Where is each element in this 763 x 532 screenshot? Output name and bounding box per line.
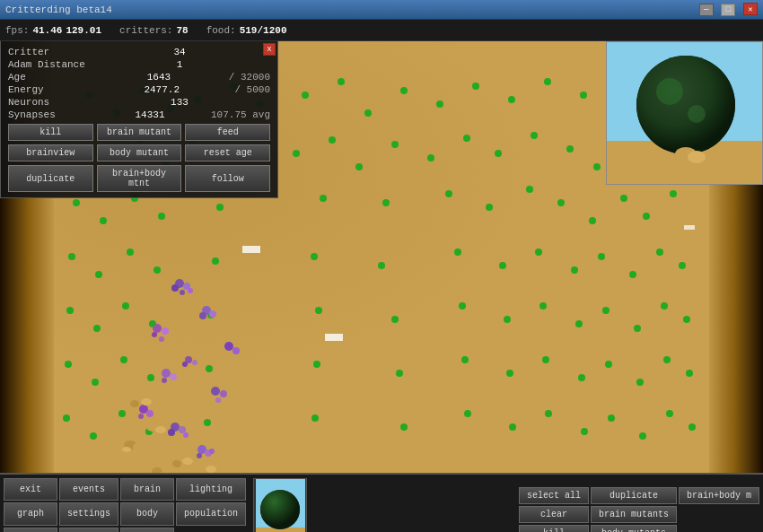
button-row-1: kill brain mutant feed [8, 124, 270, 141]
select-all-button[interactable]: select all [519, 487, 589, 504]
fps-value2: 129.01 [66, 25, 101, 36]
empty-r2-button [679, 525, 759, 533]
body-button[interactable]: body [120, 502, 174, 525]
info-row: Critter 34 [8, 47, 270, 57]
svg-point-176 [688, 151, 706, 163]
food-value: 519/1200 [240, 25, 287, 36]
clear-button[interactable]: clear [519, 506, 589, 523]
population-button[interactable]: population [176, 502, 246, 525]
title-bar: Critterding beta14 ─ □ ✕ [0, 0, 763, 20]
svg-point-174 [688, 105, 706, 123]
right-buttons: select all duplicate brain+body m clear … [519, 487, 759, 533]
info-row: Synapses 14331 107.75 avg [8, 109, 270, 120]
game-world[interactable]: x Critter 34 Adam Distance 1 Age 1643 / … [0, 41, 763, 473]
kill-r-button[interactable]: kill [519, 525, 589, 533]
close-button[interactable]: ✕ [743, 3, 758, 15]
toolbar-left: exit events brain lighting graph setting… [0, 475, 250, 532]
brain-mutant-button[interactable]: brain mutant [97, 124, 182, 141]
stats-button[interactable]: stats [4, 528, 57, 532]
minimize-button[interactable]: ─ [699, 4, 714, 16]
svg-point-173 [656, 78, 683, 105]
lighting-button[interactable]: lighting [176, 478, 246, 501]
brainview-button[interactable]: brainview [8, 144, 93, 161]
main-area: x Critter 34 Adam Distance 1 Age 1643 / … [0, 41, 763, 532]
reset-age-button[interactable]: reset age [185, 144, 270, 161]
empty-r-button [679, 506, 759, 523]
species-button[interactable]: species [120, 528, 174, 532]
food-label: food: [206, 25, 236, 36]
critter-preview [606, 41, 763, 185]
brain-mutants-button[interactable]: brain mutants [591, 506, 677, 523]
feed-button[interactable]: feed [185, 124, 270, 141]
bottom-toolbar: exit events brain lighting graph setting… [0, 473, 763, 532]
top-bar: fps: 41.46 129.01 critters: 78 food: 519… [0, 20, 763, 41]
info-panel: x Critter 34 Adam Distance 1 Age 1643 / … [0, 41, 278, 198]
brain-body-mtnt-button[interactable]: brain+body mtnt [97, 165, 182, 192]
title-text: Critterding beta14 [5, 4, 112, 15]
brain-button[interactable]: brain [120, 478, 174, 501]
fps-label: fps: [5, 25, 29, 36]
svg-point-180 [260, 490, 300, 529]
kill-button[interactable]: kill [8, 124, 93, 141]
body-mutant-button[interactable]: body mutant [97, 144, 182, 161]
critters-value: 78 [176, 25, 188, 36]
brain-body-m-button[interactable]: brain+body m [679, 487, 759, 504]
events-button[interactable]: events [59, 478, 118, 501]
panel-close-button[interactable]: x [263, 43, 276, 56]
body-mutants-button[interactable]: body mutants [591, 525, 677, 533]
mutation-button[interactable]: mutation [59, 528, 118, 532]
fps-value: 41.46 [32, 25, 62, 36]
button-row-3: duplicate brain+body mtnt follow [8, 165, 270, 192]
follow-button[interactable]: follow [185, 165, 270, 192]
info-row: Adam Distance 1 [8, 59, 270, 70]
critter-preview-svg [607, 42, 763, 185]
duplicate-button[interactable]: duplicate [8, 165, 93, 192]
info-rows: Critter 34 Adam Distance 1 Age 1643 / 32… [8, 47, 270, 120]
button-row-2: brainview body mutant reset age [8, 144, 270, 161]
svg-point-172 [636, 56, 735, 154]
info-row: Neurons 133 [8, 97, 270, 108]
exit-button[interactable]: exit [4, 478, 57, 501]
info-row: Age 1643 / 32000 [8, 72, 270, 83]
graph-button[interactable]: graph [4, 502, 57, 525]
critters-label: critters: [119, 25, 172, 36]
duplicate-r-button[interactable]: duplicate [591, 487, 677, 504]
toolbar-right: select all duplicate brain+body m clear … [311, 475, 763, 532]
info-row: Energy 2477.2 / 5000 [8, 84, 270, 95]
settings-button[interactable]: settings [59, 502, 118, 525]
maximize-button[interactable]: □ [721, 4, 735, 16]
toolbar-preview-image [253, 478, 307, 532]
